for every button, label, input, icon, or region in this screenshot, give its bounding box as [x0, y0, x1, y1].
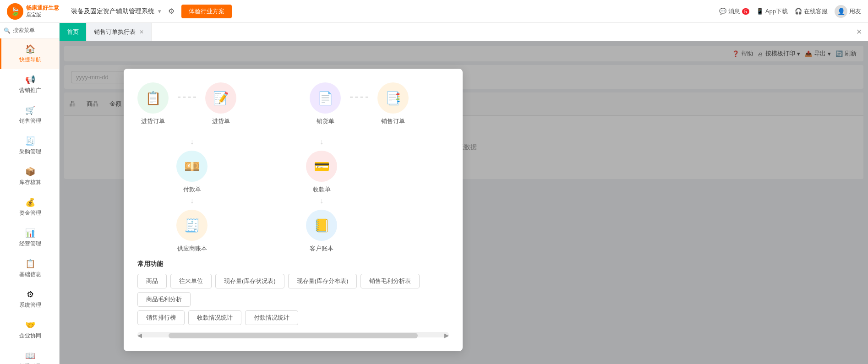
sidebar: 🔍 搜索菜单 🏠 快捷导航 📢 营销推广 🛒 销售管理 🧾 采购管理 📦 [0, 23, 60, 364]
flow-row-3-wrapper: ↓ 🧾 供应商账本 ↓ 📒 客户账本 [137, 196, 449, 253]
enterprise-icon: 🤝 [25, 320, 35, 330]
system-label: 系统管理 [19, 301, 41, 309]
supplier-acct-circle: 🧾 [176, 210, 207, 241]
purchase-label: 采购管理 [19, 148, 41, 156]
purchase-bill-circle: 📝 [205, 82, 236, 114]
page-content: ❓ 帮助 🖨 按模板打印 ▾ 📤 导出 ▾ 🔄 [60, 41, 868, 364]
common-btn-3[interactable]: 现存量(库存分布表) [288, 274, 357, 288]
sidebar-item-inventory[interactable]: 📦 库存核算 [0, 161, 59, 192]
modal-overlay[interactable]: 📋 进货订单 📝 进货单 📄 销货单 [60, 41, 868, 364]
receipt-label: 收款单 [313, 185, 331, 194]
down-arrow-supplier: ↓ [190, 197, 194, 205]
down-arrow-payment: ↓ [190, 138, 194, 146]
tab-home-label: 首页 [67, 28, 79, 36]
scroll-left-arrow[interactable]: ◀ [137, 332, 142, 339]
finance-icon: 💰 [25, 197, 35, 207]
sidebar-item-system[interactable]: ⚙ 系统管理 [0, 284, 59, 315]
purchase-icon: 🧾 [25, 136, 35, 146]
newbie-icon: 📖 [25, 351, 35, 361]
payment-label: 付款单 [183, 185, 201, 194]
common-btns-row2: 销售排行榜 收款情况统计 付款情况统计 [137, 310, 449, 325]
app-wrapper: 🍃 畅康通好生意 店宝版 装备及固定资产辅助管理系统 ▾ ⚙ 体验行业方案 💬 … [0, 0, 868, 364]
sidebar-item-finance[interactable]: 💰 资金管理 [0, 192, 59, 223]
modal-scrollbar[interactable]: ◀ ▶ [137, 332, 449, 337]
sidebar-item-marketing[interactable]: 📢 营销推广 [0, 69, 59, 100]
common-btn-6[interactable]: 销售排行榜 [137, 310, 185, 325]
logo-icon: 🍃 [7, 3, 23, 20]
common-btn-4[interactable]: 销售毛利分析表 [360, 274, 420, 288]
basic-info-label: 基础信息 [19, 271, 41, 278]
basic-info-icon: 📋 [25, 259, 35, 269]
inventory-label: 库存核算 [19, 179, 41, 186]
tab-bar-close-btn[interactable]: ✕ [850, 23, 868, 41]
quick-nav-icon: 🏠 [25, 44, 35, 54]
scroll-arrows: ◀ ▶ [137, 332, 449, 339]
sidebar-item-operations[interactable]: 📊 经营管理 [0, 223, 59, 253]
sidebar-item-newbie[interactable]: 📖 新手引导 [0, 345, 59, 364]
common-section: 常用功能 商品 往来单位 现存量(库存状况表) 现存量(库存分布表) 销售毛利分… [137, 253, 449, 325]
tab-bar: 首页 销售订单执行表 ✕ ✕ [60, 23, 868, 41]
top-bar-center: 装备及固定资产辅助管理系统 ▾ ⚙ 体验行业方案 [66, 5, 719, 18]
sales-label: 销售管理 [19, 117, 41, 125]
content-area: 首页 销售订单执行表 ✕ ✕ ❓ 帮助 [60, 23, 868, 364]
tab-sales-order-exec[interactable]: 销售订单执行表 ✕ [87, 23, 152, 41]
common-btn-8[interactable]: 付款情况统计 [245, 310, 298, 325]
online-service-btn[interactable]: 🎧 在线客服 [795, 7, 828, 16]
user-area[interactable]: 👤 用友 [835, 5, 861, 18]
inventory-icon: 📦 [25, 167, 35, 177]
modal: 📋 进货订单 📝 进货单 📄 销货单 [124, 69, 463, 351]
common-title: 常用功能 [137, 260, 449, 268]
message-label: 消息 [728, 7, 740, 16]
tab-sales-label: 销售订单执行表 [94, 28, 136, 36]
scroll-right-arrow[interactable]: ▶ [444, 332, 449, 339]
sidebar-item-sales[interactable]: 🛒 销售管理 [0, 100, 59, 130]
tab-close-btn[interactable]: ✕ [139, 29, 144, 35]
flow-item-sales-order: 📑 销售订单 [377, 82, 409, 125]
sidebar-item-purchase[interactable]: 🧾 采购管理 [0, 130, 59, 161]
flow-item-purchase-bill: 📝 进货单 [205, 82, 236, 125]
purchase-bill-label: 进货单 [212, 117, 230, 125]
down-arrow-receipt: ↓ [320, 138, 323, 146]
flow-dashed-2 [350, 97, 368, 98]
search-icon: 🔍 [4, 27, 11, 34]
app-download-btn[interactable]: 📱 App下载 [756, 7, 788, 16]
sales-icon: 🛒 [25, 105, 35, 115]
common-btn-0[interactable]: 商品 [137, 274, 167, 288]
flow-item-payment: ↓ 💴 付款单 [176, 137, 207, 194]
sidebar-item-basic-info[interactable]: 📋 基础信息 [0, 253, 59, 284]
flow-item-customer-acct: ↓ 📒 客户账本 [306, 196, 337, 253]
common-btn-7[interactable]: 收款情况统计 [188, 310, 241, 325]
customer-acct-circle: 📒 [306, 210, 337, 241]
username: 用友 [849, 7, 861, 16]
supplier-acct-label: 供应商账本 [177, 244, 207, 253]
sidebar-item-quick-nav[interactable]: 🏠 快捷导航 [0, 38, 59, 69]
logo-line1: 畅康通好生意 [26, 5, 59, 12]
scroll-thumb[interactable] [169, 333, 418, 338]
common-btn-2[interactable]: 现存量(库存状况表) [215, 274, 284, 288]
purchase-order-label: 进货订单 [141, 117, 165, 125]
sidebar-search-label: 搜索菜单 [13, 27, 35, 34]
common-btn-1[interactable]: 往来单位 [170, 274, 212, 288]
flow-item-purchase-order: 📋 进货订单 [137, 82, 169, 125]
settings-icon[interactable]: ⚙ [168, 7, 175, 16]
message-icon: 💬 [719, 8, 726, 15]
common-btns: 商品 往来单位 现存量(库存状况表) 现存量(库存分布表) 销售毛利分析表 商品… [137, 274, 449, 307]
try-btn[interactable]: 体验行业方案 [181, 5, 232, 18]
top-bar-right: 💬 消息 5 📱 App下载 🎧 在线客服 👤 用友 [719, 5, 861, 18]
sidebar-search-btn[interactable]: 🔍 搜索菜单 [0, 23, 59, 38]
down-arrow-customer: ↓ [320, 197, 323, 205]
download-icon: 📱 [756, 8, 764, 15]
tab-home[interactable]: 首页 [60, 23, 87, 41]
sales-order-circle: 📑 [377, 82, 409, 114]
dropdown-icon[interactable]: ▾ [158, 8, 161, 15]
sales-bill-circle: 📄 [310, 82, 341, 114]
top-bar: 🍃 畅康通好生意 店宝版 装备及固定资产辅助管理系统 ▾ ⚙ 体验行业方案 💬 … [0, 0, 868, 23]
flow-dashed-1 [178, 97, 196, 98]
customer-acct-label: 客户账本 [310, 244, 333, 253]
sidebar-item-enterprise[interactable]: 🤝 企业协同 [0, 315, 59, 345]
message-btn[interactable]: 💬 消息 5 [719, 7, 749, 16]
sales-bill-label: 销货单 [317, 117, 334, 125]
common-btn-5[interactable]: 商品毛利分析 [137, 292, 191, 307]
flow-item-sales-bill: 📄 销货单 [310, 82, 341, 125]
flow-item-supplier-acct: ↓ 🧾 供应商账本 [176, 196, 207, 253]
